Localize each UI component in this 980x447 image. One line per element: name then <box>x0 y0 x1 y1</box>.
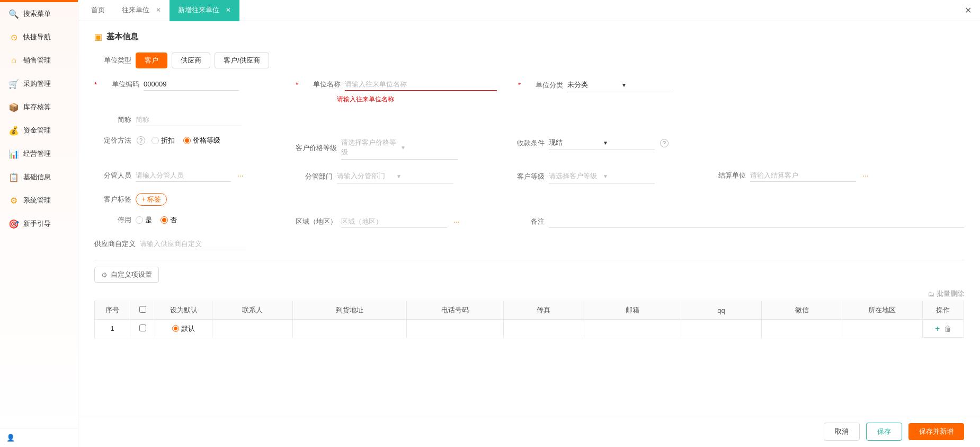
unit-code-input[interactable] <box>144 78 239 91</box>
region-input[interactable] <box>341 215 447 228</box>
region-label: 区域（地区） <box>296 217 337 226</box>
supplier-custom-row: 供应商自定义 <box>94 238 964 250</box>
remark-field: 备注 <box>507 215 964 228</box>
batch-delete-label[interactable]: 批量删除 <box>937 289 964 299</box>
sidebar-item-system[interactable]: ⚙ 系统管理 <box>0 189 78 212</box>
phone-input[interactable] <box>429 325 482 332</box>
pricing-discount-radio[interactable] <box>152 137 159 144</box>
department-field: 分管部门 请输入分管部门 ▼ <box>296 169 486 183</box>
sidebar-item-newbie[interactable]: 🎯 新手引导 <box>0 212 78 235</box>
sidebar-item-purchase[interactable]: 🛒 采购管理 <box>0 72 78 95</box>
row-wechat <box>762 320 842 338</box>
pricing-help-icon[interactable]: ? <box>137 136 145 145</box>
add-tag-label: + 标签 <box>141 195 161 204</box>
row-qq <box>681 320 762 338</box>
customer-price-level-field: 客户价格等级 请选择客户价格等级 ▼ <box>296 136 486 160</box>
remark-input[interactable] <box>549 215 964 228</box>
customer-price-level-select[interactable]: 请选择客户价格等级 ▼ <box>341 136 458 160</box>
save-button[interactable]: 保存 <box>866 423 902 441</box>
col-phone: 电话号码 <box>406 301 503 320</box>
manager-ellipsis[interactable]: ··· <box>237 171 244 180</box>
department-label: 分管部门 <box>296 172 333 181</box>
row-default: 默认 <box>155 320 212 338</box>
payment-terms-help-icon[interactable]: ? <box>660 139 669 147</box>
sidebar-item-baseinfo[interactable]: 📋 基础信息 <box>0 165 78 189</box>
pricing-discount-option[interactable]: 折扣 <box>152 136 175 145</box>
settlement-unit-ellipsis[interactable]: ··· <box>862 171 869 180</box>
pricing-level-option[interactable]: 价格等级 <box>183 136 220 145</box>
unit-code-field: * 单位编码 <box>94 78 274 91</box>
tab-bar: 首页 往来单位 ✕ 新增往来单位 ✕ ✕ <box>78 0 980 21</box>
user-icon: 👤 <box>6 434 15 442</box>
sidebar-label-inventory: 库存核算 <box>23 102 51 112</box>
add-row-button[interactable]: + <box>935 324 940 334</box>
qq-input[interactable] <box>700 325 743 332</box>
manager-input[interactable] <box>136 169 231 182</box>
sidebar-item-inventory[interactable]: 📦 库存核算 <box>0 95 78 119</box>
supplier-custom-field: 供应商自定义 <box>94 238 274 250</box>
type-btn-supplier[interactable]: 供应商 <box>172 52 210 68</box>
section-title: 基本信息 <box>106 32 138 42</box>
abbreviation-label: 简称 <box>94 115 131 125</box>
row-select-checkbox[interactable] <box>139 325 146 331</box>
sidebar-item-search[interactable]: 🔍 搜索菜单 <box>0 2 78 25</box>
payment-terms-select[interactable]: 现结 ▼ <box>549 136 655 150</box>
purchase-icon: 🛒 <box>8 78 19 89</box>
contacts-table: 序号 设为默认 联系人 到货地址 电话号码 传真 邮箱 qq 微信 所在地区 操… <box>94 301 964 338</box>
add-tag-button[interactable]: + 标签 <box>136 193 167 206</box>
table-row: 1 默认 <box>95 320 964 338</box>
abbreviation-row: 简称 <box>94 113 964 126</box>
disabled-no-option[interactable]: 否 <box>161 215 177 225</box>
sidebar-item-operations[interactable]: 📊 经营管理 <box>0 142 78 165</box>
contact-input[interactable] <box>231 325 274 332</box>
pricing-level-radio[interactable] <box>183 137 191 144</box>
sidebar-bottom: 👤 <box>0 428 78 447</box>
tab-home-label: 首页 <box>91 5 105 15</box>
sidebar-item-finance[interactable]: 💰 资金管理 <box>0 119 78 142</box>
tab-partner-list-label: 往来单位 <box>122 5 149 15</box>
sidebar-item-sales[interactable]: ⌂ 销售管理 <box>0 49 78 72</box>
col-wechat: 微信 <box>762 301 842 320</box>
region-ellipsis[interactable]: ··· <box>453 217 460 226</box>
email-input[interactable] <box>606 325 659 332</box>
default-radio[interactable] <box>172 325 179 332</box>
quicknav-icon: ⊙ <box>8 32 19 42</box>
wechat-input[interactable] <box>781 325 823 332</box>
select-all-checkbox[interactable] <box>139 306 146 313</box>
tab-new-partner-close[interactable]: ✕ <box>226 6 231 14</box>
tab-home[interactable]: 首页 <box>83 0 113 21</box>
address-input[interactable] <box>318 325 381 332</box>
disabled-field: 停用 是 否 <box>94 215 274 225</box>
disabled-yes-radio[interactable] <box>136 216 143 224</box>
supplier-custom-input[interactable] <box>140 238 246 250</box>
type-btn-customer[interactable]: 客户 <box>136 52 167 68</box>
sidebar-label-newbie: 新手引导 <box>23 219 51 229</box>
manager-label: 分管人员 <box>94 171 131 180</box>
unit-category-select[interactable]: 未分类 ▼ <box>567 78 673 92</box>
customer-tag-row: 客户标签 + 标签 <box>94 193 964 206</box>
window-close-button[interactable]: ✕ <box>960 5 976 15</box>
tab-partner-list[interactable]: 往来单位 ✕ <box>113 0 170 21</box>
department-select[interactable]: 请输入分管部门 ▼ <box>337 169 453 183</box>
footer-actions: 取消 保存 保存并新增 <box>78 416 980 447</box>
unit-name-input[interactable] <box>345 78 497 91</box>
col-seq: 序号 <box>95 301 130 320</box>
disabled-yes-option[interactable]: 是 <box>136 215 152 225</box>
settlement-unit-input[interactable] <box>750 169 856 182</box>
custom-settings-button[interactable]: ⚙ 自定义项设置 <box>94 267 159 283</box>
sidebar-item-quicknav[interactable]: ⊙ 快捷导航 <box>0 25 78 49</box>
tab-new-partner[interactable]: 新增往来单位 ✕ <box>170 0 239 21</box>
cancel-button[interactable]: 取消 <box>824 423 860 441</box>
customer-tag-label: 客户标签 <box>94 195 131 204</box>
row-region-input[interactable] <box>861 325 903 332</box>
tab-partner-list-close[interactable]: ✕ <box>156 6 161 14</box>
unit-type-field: 单位类型 客户 供应商 客户/供应商 <box>94 52 317 68</box>
customer-level-select[interactable]: 请选择客户等级 ▼ <box>549 169 655 183</box>
customer-level-chevron: ▼ <box>603 173 655 179</box>
delete-row-button[interactable]: 🗑 <box>944 325 951 333</box>
abbreviation-input[interactable] <box>136 113 242 126</box>
type-btn-both[interactable]: 客户/供应商 <box>215 52 269 68</box>
disabled-no-radio[interactable] <box>161 216 168 224</box>
save-new-button[interactable]: 保存并新增 <box>908 423 964 440</box>
fax-input[interactable] <box>522 325 565 332</box>
